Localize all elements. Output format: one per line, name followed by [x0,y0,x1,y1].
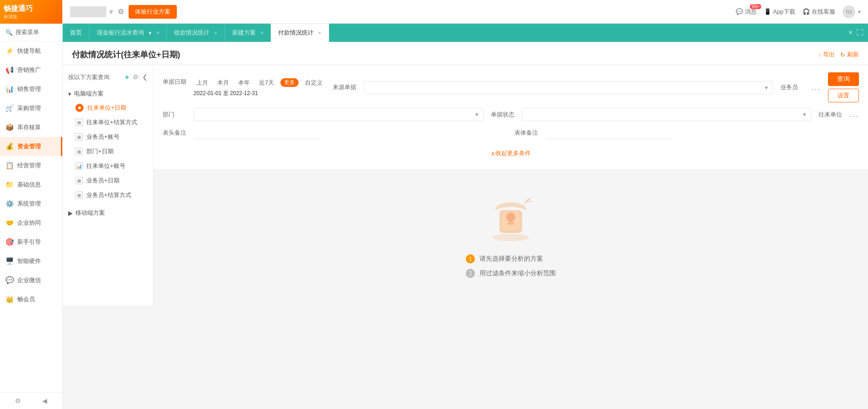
user-avatar: Rit [843,5,855,18]
mobile-group-label: 移动端方案 [75,209,105,217]
plan-item-partner-account[interactable]: 📊 往来单位+账号 [63,159,153,173]
date-btn-this-month[interactable]: 本月 [215,78,232,88]
export-button[interactable]: ↑ 导出 [818,50,835,59]
plan-label: 业务员+账号 [86,133,120,141]
brand-placeholder [70,6,106,17]
sidebar-item-inventory[interactable]: 📦 库存核算 [0,118,62,137]
app-label: App下载 [773,8,795,16]
plan-item-partner-date[interactable]: 往来单位+日期 [63,101,153,115]
body-note-label: 表体备注 [514,129,542,137]
tab-close-all-icon[interactable]: × [848,29,853,37]
message-icon: 💬 [736,8,743,15]
status-select[interactable]: ▾ [522,108,812,121]
source-dropdown-icon: ▾ [765,84,768,91]
refresh-icon: ↻ [840,51,845,58]
date-btn-last-month[interactable]: 上月 [194,78,211,88]
topbar-right: 💬 消息 99+ 📱 App下载 🎧 在线客服 Rit ▾ [736,5,861,18]
status-dropdown-icon: ▾ [803,111,806,118]
sidebar-item-label: 营销推广 [17,66,41,74]
sidebar-item-wechat[interactable]: 💬 企业微信 [0,271,62,290]
tab-new-plan[interactable]: 新建方案 × [225,24,271,42]
desktop-group-header[interactable]: ▾ 电脑端方案 [63,87,153,101]
sidebar-item-purchase[interactable]: 🛒 采购管理 [0,99,62,118]
operation-icon: 📋 [5,162,14,170]
dept-select[interactable]: ▾ [194,108,484,121]
staff-select-button[interactable]: ... [811,83,821,92]
sidebar-item-member[interactable]: 👑 畅会员 [0,290,62,309]
sidebar-nav: ⚡ 快捷导航 📢 营销推广 📊 销售管理 🛒 采购管理 📦 库存核算 💰 资金管… [0,41,62,392]
dept-label: 部门 [163,111,190,119]
app-download-button[interactable]: 📱 App下载 [764,8,795,16]
sidebar-item-label: 系统管理 [17,200,41,208]
partner-select-button[interactable]: ... [849,110,859,119]
tab-receive-stats-label: 收款情况统计 [174,29,210,37]
date-label: 单据日期 [163,78,190,86]
trial-button[interactable]: 体验行业方案 [129,5,177,19]
sidebar-item-sales[interactable]: 📊 销售管理 [0,80,62,99]
header-note-label: 表头备注 [163,129,190,137]
tab-home[interactable]: 首页 [63,24,90,42]
tab-close-receive[interactable]: × [214,30,217,35]
member-icon: 👑 [5,295,14,303]
body-note-input[interactable] [545,126,673,139]
inventory-icon: 📦 [5,123,14,131]
plan-item-dept-date[interactable]: ⊞ 部门+日期 [63,144,153,159]
collapse-bar[interactable]: ∧ 收起更多条件 [163,145,859,162]
tab-close-new-plan[interactable]: × [260,30,263,35]
sidebar-item-label: 销售管理 [17,85,41,93]
tab-pay-stats[interactable]: 付款情况统计 × [271,24,329,42]
date-btn-7days[interactable]: 近7天 [256,78,277,88]
staff-filter-group: 业务员 ... [780,83,821,92]
plan-item-staff-account[interactable]: ⊞ 业务员+账号 [63,130,153,144]
date-btn-custom[interactable]: 自定义 [302,78,325,88]
tab-receive-stats[interactable]: 收款情况统计 × [167,24,224,42]
svg-point-3 [506,212,515,222]
service-button[interactable]: 🎧 在线客服 [803,8,835,16]
panel-add-button[interactable]: + [125,73,129,81]
sidebar-item-operation[interactable]: 📋 经营管理 [0,156,62,175]
body-note-group: 表体备注 [514,126,859,139]
tab-fullscreen-icon[interactable]: ⛶ [856,29,863,37]
sidebar-item-hardware[interactable]: 🖥️ 智能硬件 [0,252,62,271]
sidebar-collapse-button[interactable]: ◀ [42,397,47,404]
service-label: 在线客服 [812,8,835,16]
header-note-input[interactable] [194,126,321,139]
sidebar-item-marketing[interactable]: 📢 营销推广 [0,61,62,80]
plan-item-partner-settle[interactable]: ⊞ 往来单位+结算方式 [63,115,153,130]
source-filter-group: 来源单据 ▾ [333,81,773,94]
filter-settings-button[interactable]: 设置 [828,89,859,102]
sidebar-item-quick-nav[interactable]: ⚡ 快捷导航 [0,41,62,61]
sidebar-item-cooperation[interactable]: 🤝 企业协同 [0,213,62,232]
message-button[interactable]: 💬 消息 99+ [736,8,757,16]
sidebar-search[interactable]: 🔍 搜索菜单 [0,24,62,41]
plan-item-staff-date[interactable]: ⊞ 业务员+日期 [63,173,153,188]
source-label: 来源单据 [333,83,360,91]
tab-close-bank-flow[interactable]: × [156,30,159,35]
panel-settings-button[interactable]: ⚙ [133,73,139,81]
tab-close-pay-stats[interactable]: × [318,30,321,35]
sidebar-item-guide[interactable]: 🎯 新手引导 [0,232,62,252]
wechat-icon: 💬 [5,276,14,284]
sidebar-item-label: 畅会员 [17,295,35,303]
mobile-group-header[interactable]: ▶ 移动端方案 [63,206,153,220]
user-area[interactable]: Rit ▾ [843,5,861,18]
query-button[interactable]: 查询 [828,72,859,86]
source-select[interactable]: ▾ [364,81,773,94]
tab-bank-flow[interactable]: 现金银行流水查询 ▾ × [90,24,167,42]
sidebar-settings-button[interactable]: ⚙ [15,397,21,404]
dropdown-arrow[interactable]: ▾ [109,7,113,17]
right-content: 单据日期 上月 本月 本年 近7天 更多 自定义 20 [154,65,868,305]
date-range-display: 2022-01-01 至 2022-12-31 [194,90,325,97]
sidebar-item-finance[interactable]: 💰 资金管理 [0,137,62,156]
header-note-group: 表头备注 [163,126,507,139]
refresh-button[interactable]: ↻ 刷新 [840,50,859,59]
sidebar-item-basic[interactable]: 📁 基础信息 [0,175,62,194]
sidebar-item-system[interactable]: ⚙️ 系统管理 [0,194,62,213]
date-btn-this-year[interactable]: 本年 [235,78,253,88]
plan-item-staff-settle[interactable]: ⊞ 业务员+结算方式 [63,188,153,202]
panel-collapse-button[interactable]: ❮ [142,73,148,81]
date-options: 上月 本月 本年 近7天 更多 自定义 [194,78,325,88]
date-btn-more[interactable]: 更多 [280,78,299,87]
topbar-settings-icon[interactable]: ⚙ [118,7,124,16]
topbar: ▾ ⚙ 体验行业方案 💬 消息 99+ 📱 App下载 🎧 在线客服 Rit [63,0,868,24]
